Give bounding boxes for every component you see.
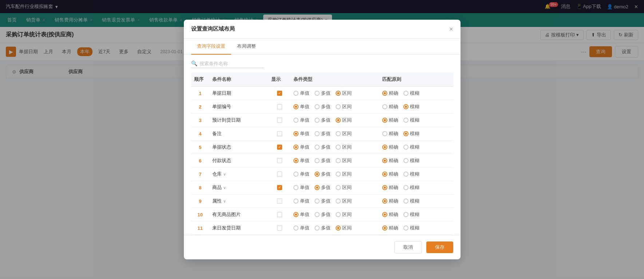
th-order: 顺序 <box>191 72 210 83</box>
th-show: 显示 <box>268 72 291 83</box>
search-box: 🔍 <box>191 59 264 68</box>
search-input[interactable] <box>199 61 258 66</box>
modal-close-btn[interactable]: × <box>449 26 453 32</box>
tab-query-fields[interactable]: 查询字段设置 <box>191 39 231 55</box>
settings-modal: 设置查询区域布局 × 查询字段设置 布局调整 🔍 顺序 <box>184 20 461 83</box>
modal-table-wrap: 顺序 条件名称 显示 条件类型 匹配原则 1单据日期单值多值区间精确模糊2单据编… <box>184 72 461 83</box>
modal-search: 🔍 <box>184 55 461 72</box>
modal-header: 设置查询区域布局 × <box>184 20 461 39</box>
conditions-table: 顺序 条件名称 显示 条件类型 匹配原则 1单据日期单值多值区间精确模糊2单据编… <box>191 72 453 83</box>
th-name: 条件名称 <box>209 72 268 83</box>
table-header: 顺序 条件名称 显示 条件类型 匹配原则 <box>191 72 453 83</box>
th-match: 匹配原则 <box>379 72 453 83</box>
modal-tabs: 查询字段设置 布局调整 <box>184 39 461 55</box>
th-type: 条件类型 <box>291 72 379 83</box>
modal-overlay: 设置查询区域布局 × 查询字段设置 布局调整 🔍 顺序 <box>0 0 644 83</box>
search-icon: 🔍 <box>191 60 197 66</box>
modal-title: 设置查询区域布局 <box>191 25 235 32</box>
tab-layout-adjust[interactable]: 布局调整 <box>231 39 262 55</box>
